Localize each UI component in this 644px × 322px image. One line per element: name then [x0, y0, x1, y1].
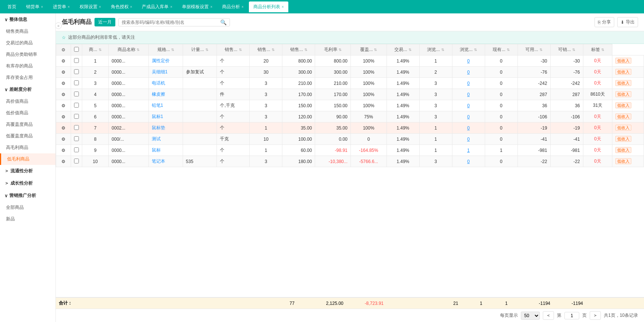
row-settings[interactable]: ⚙ — [56, 111, 71, 122]
row-name[interactable]: 鼠标1 — [148, 111, 183, 122]
nav-sales[interactable]: 销货单 × — [22, 1, 48, 12]
row-check[interactable] — [71, 145, 82, 156]
th-sales-amt[interactable]: 销售... ⇅ — [250, 44, 282, 55]
sidebar-group-marketing[interactable]: ∨ 营销推广分析 — [0, 189, 55, 202]
row-settings[interactable]: ⚙ — [56, 100, 71, 111]
row-view1[interactable]: 0 — [452, 78, 485, 89]
row-settings[interactable]: ⚙ — [56, 78, 71, 89]
th-available[interactable]: 可用... ⇅ — [518, 44, 550, 55]
th-view1[interactable]: 浏览... ⇅ — [419, 44, 452, 55]
nav-analysis-list[interactable]: 商品分析列表 × — [249, 1, 288, 12]
row-settings[interactable]: ⚙ — [56, 156, 71, 167]
next-page-btn[interactable]: ＞ — [590, 311, 601, 320]
row-name[interactable]: 笔记本 — [148, 156, 183, 167]
sidebar-item-low-coverage[interactable]: 低覆盖度商品 — [0, 130, 55, 142]
row-check[interactable] — [71, 122, 82, 134]
page-number-input[interactable] — [564, 312, 579, 319]
th-tag[interactable]: 标签 ⇅ — [583, 44, 612, 55]
sidebar-item-sales-products[interactable]: 销售类商品 — [0, 26, 55, 37]
th-settings[interactable]: ⚙ — [56, 44, 71, 55]
row-settings[interactable]: ⚙ — [56, 89, 71, 100]
nav-product-analysis[interactable]: 商品分析 × — [218, 1, 248, 12]
th-saleable[interactable]: 可销... ⇅ — [550, 44, 583, 55]
sidebar-collapse-btn[interactable]: « — [55, 22, 62, 29]
sidebar-item-high-coverage[interactable]: 高覆盖度商品 — [0, 119, 55, 130]
row-check[interactable] — [71, 67, 82, 78]
row-settings[interactable]: ⚙ — [56, 134, 71, 145]
nav-permissions-close[interactable]: × — [99, 5, 101, 9]
search-input[interactable] — [122, 20, 220, 25]
th-view2[interactable]: 浏览... ⇅ — [452, 44, 485, 55]
row-check[interactable] — [71, 55, 82, 67]
row-view1[interactable]: 0 — [452, 67, 485, 78]
nav-template[interactable]: 单据模板设置 × — [177, 1, 217, 12]
row-check[interactable] — [71, 89, 82, 100]
sidebar-item-capital[interactable]: 库存资金占用 — [0, 72, 55, 83]
th-trade[interactable]: 交易... ⇅ — [387, 44, 419, 55]
sidebar-group-tolerance[interactable]: ∨ 差耐度分析 — [0, 83, 55, 96]
row-settings[interactable]: ⚙ — [56, 122, 71, 134]
row-name[interactable]: 测试 — [148, 134, 183, 145]
row-check[interactable] — [71, 111, 82, 122]
th-unit[interactable]: 计量... ⇅ — [183, 44, 217, 55]
row-check[interactable] — [71, 134, 82, 145]
nav-home[interactable]: 首页 — [3, 1, 21, 12]
sidebar-item-new-products[interactable]: 新品 — [0, 213, 55, 225]
sidebar-item-category-sales[interactable]: 商品分类助销率 — [0, 49, 55, 60]
sidebar-group-circulation[interactable]: ＞ 流通性分析 — [0, 165, 55, 177]
th-name[interactable]: 商品名称 ⇅ — [109, 44, 149, 55]
nav-roles-close[interactable]: × — [130, 5, 132, 9]
row-view1[interactable]: 0 — [452, 55, 485, 67]
th-coverage[interactable]: 覆盖... ⇅ — [351, 44, 387, 55]
sidebar-item-high-value[interactable]: 高价值商品 — [0, 96, 55, 107]
nav-permissions[interactable]: 权限设置 × — [75, 1, 106, 12]
row-settings[interactable]: ⚙ — [56, 55, 71, 67]
prev-page-btn[interactable]: ＜ — [543, 311, 554, 320]
select-all-checkbox[interactable] — [74, 47, 79, 52]
sidebar-item-low-margin[interactable]: 低毛利商品 — [0, 153, 55, 165]
th-sales-profit[interactable]: 销售... ⇅ — [282, 44, 315, 55]
nav-product-analysis-close[interactable]: × — [241, 5, 244, 9]
row-name[interactable]: 电话机 — [148, 78, 183, 89]
row-name[interactable]: 吴细细1 — [148, 67, 183, 78]
sidebar-group-overall[interactable]: ∨ 整体信息 — [0, 13, 55, 26]
row-name[interactable]: 属性定价 — [148, 55, 183, 67]
th-gross-margin[interactable]: 毛利率 ⇅ — [315, 44, 351, 55]
nav-product-entry-close[interactable]: × — [170, 5, 172, 9]
sidebar-item-high-margin[interactable]: 高毛利商品 — [0, 142, 55, 153]
table-container[interactable]: ⚙ 商... ⇅ 商品名称 ⇅ 规格... ⇅ 计量... ⇅ 销售... ⇅ … — [56, 44, 644, 297]
nav-analysis-list-close[interactable]: × — [282, 5, 284, 9]
sidebar-item-in-stock[interactable]: 有库存的商品 — [0, 60, 55, 72]
th-current[interactable]: 现有... ⇅ — [485, 44, 518, 55]
row-settings[interactable]: ⚙ — [56, 145, 71, 156]
row-settings[interactable]: ⚙ — [56, 67, 71, 78]
row-view1[interactable]: 0 — [452, 100, 485, 111]
nav-purchase[interactable]: 进货单 × — [48, 1, 74, 12]
sidebar-item-all-products[interactable]: 全部商品 — [0, 202, 55, 213]
th-code[interactable]: 商... ⇅ — [82, 44, 109, 55]
filter-recent-month-btn[interactable]: 近一月 — [94, 18, 115, 26]
row-check[interactable] — [71, 100, 82, 111]
row-view1[interactable]: 1 — [452, 145, 485, 156]
nav-roles[interactable]: 角色授权 × — [106, 1, 137, 12]
th-check[interactable] — [71, 44, 82, 55]
row-view1[interactable]: 0 — [452, 122, 485, 134]
row-view1[interactable]: 0 — [452, 89, 485, 100]
row-name[interactable]: 鼠标垫 — [148, 122, 183, 134]
th-sales-qty[interactable]: 销售... ⇅ — [217, 44, 250, 55]
sidebar-group-growth[interactable]: ＞ 成长性分析 — [0, 177, 55, 189]
row-name[interactable]: 橡皮擦 — [148, 89, 183, 100]
row-view1[interactable]: 0 — [452, 134, 485, 145]
sidebar-item-traded[interactable]: 交易过的商品 — [0, 37, 55, 49]
row-view1[interactable]: 0 — [452, 111, 485, 122]
row-check[interactable] — [71, 156, 82, 167]
row-view1[interactable]: 0 — [452, 156, 485, 167]
export-btn[interactable]: ⬇ 导出 — [617, 17, 638, 27]
row-name[interactable]: 鼠标 — [148, 145, 183, 156]
page-size-select[interactable]: 50 100 200 — [521, 312, 540, 320]
nav-sales-close[interactable]: × — [41, 5, 43, 9]
nav-product-entry[interactable]: 产成品入库单 × — [137, 1, 177, 12]
sidebar-item-low-value[interactable]: 低价值商品 — [0, 107, 55, 119]
nav-purchase-close[interactable]: × — [68, 5, 70, 9]
th-spec[interactable]: 规格... ⇅ — [148, 44, 183, 55]
